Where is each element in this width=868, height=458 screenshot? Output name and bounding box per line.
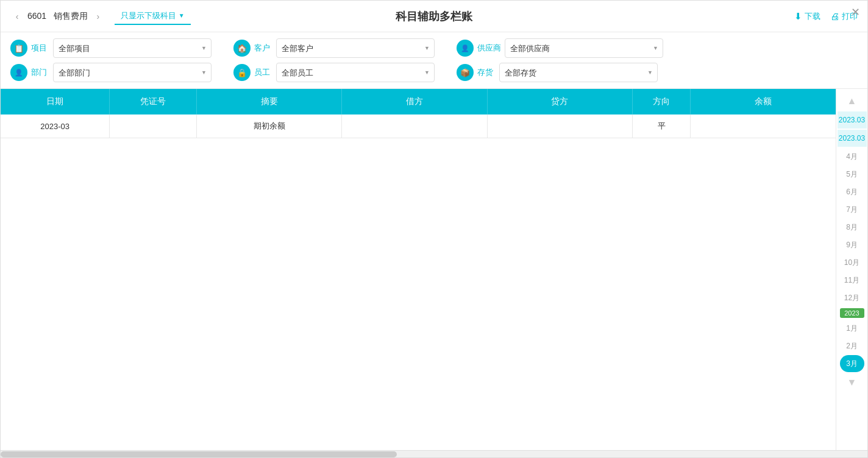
customer-select[interactable]: 全部客户	[276, 38, 435, 58]
download-button[interactable]: ⬇ 下载	[794, 11, 820, 22]
table-row: 2023-03期初余额平	[1, 114, 836, 138]
horizontal-scrollbar[interactable]	[1, 450, 867, 457]
sidebar-month-item[interactable]: 7月	[840, 201, 864, 218]
sidebar-month-item[interactable]: 12月	[840, 289, 864, 306]
supplier-icon: 👤	[457, 40, 474, 57]
sidebar-month-item[interactable]: 1月	[840, 320, 864, 337]
right-sidebar: ▲ 2023.03 2023.03 4月5月6月7月8月9月10月11月12月 …	[836, 89, 867, 450]
cell-voucher	[110, 114, 197, 138]
show-sub-arrow-icon: ▼	[179, 12, 185, 19]
download-icon: ⬇	[794, 11, 802, 22]
employee-icon: 🔒	[233, 64, 251, 81]
sidebar-month-item[interactable]: 10月	[840, 254, 864, 271]
department-select[interactable]: 全部部门	[53, 63, 212, 82]
supplier-label: 供应商	[477, 43, 501, 54]
main-content: 日期 凭证号 摘要 借方 贷方 方向 余额 2023-03期初余额平 ▲ 202…	[1, 89, 867, 450]
department-select-wrapper: 全部部门	[53, 63, 212, 82]
filter-customer: 🏠 客户 全部客户	[233, 38, 435, 58]
employee-label: 员工	[254, 67, 272, 78]
filter-supplier: 👤 供应商 全部供应商	[457, 38, 663, 58]
range-start-label: 2023.03	[839, 116, 865, 124]
scroll-track	[1, 451, 867, 457]
prev-account-button[interactable]: ‹	[10, 10, 24, 23]
supplier-select-wrapper: 全部供应商	[505, 38, 663, 58]
sidebar-month-item[interactable]: 9月	[840, 236, 864, 253]
sidebar-month-item[interactable]: 11月	[840, 272, 864, 289]
cell-summary: 期初余额	[197, 114, 342, 138]
sidebar-range-end[interactable]: 2023.03	[838, 130, 867, 147]
account-name: 销售费用	[54, 11, 88, 21]
sidebar-range-start[interactable]: 2023.03	[838, 111, 867, 129]
print-icon: 🖨	[830, 11, 839, 21]
table-area[interactable]: 日期 凭证号 摘要 借方 贷方 方向 余额 2023-03期初余额平	[1, 89, 836, 450]
supplier-select[interactable]: 全部供应商	[505, 38, 663, 58]
show-sub-label: 只显示下级科目	[121, 10, 176, 21]
sidebar-up-arrow[interactable]: ▲	[844, 93, 861, 110]
page-title: 科目辅助多栏账	[396, 9, 472, 24]
filter-employee: 🔒 员工 全部员工	[233, 63, 435, 82]
col-balance: 余额	[691, 89, 836, 114]
inventory-select[interactable]: 全部存货	[499, 63, 658, 82]
customer-label: 客户	[254, 43, 272, 54]
sidebar-month-item[interactable]: 3月	[840, 355, 864, 372]
col-summary: 摘要	[197, 89, 342, 114]
cell-debit	[342, 114, 487, 138]
account-code-label: 6601 销售费用	[27, 11, 88, 22]
employee-select-wrapper: 全部员工	[276, 63, 435, 82]
filter-project: 📋 项目 全部项目	[10, 38, 212, 58]
sidebar-down-arrow[interactable]: ▼	[844, 374, 861, 391]
col-credit: 贷方	[487, 89, 632, 114]
close-button[interactable]: ✕	[851, 7, 860, 18]
cell-credit	[487, 114, 632, 138]
sidebar-month-item[interactable]: 2月	[840, 337, 864, 354]
next-account-button[interactable]: ›	[91, 10, 105, 23]
table-header-row: 日期 凭证号 摘要 借方 贷方 方向 余额	[1, 89, 836, 114]
sidebar-month-item[interactable]: 4月	[840, 148, 864, 165]
inventory-icon: 📦	[457, 64, 474, 81]
project-icon: 📋	[10, 40, 27, 57]
customer-select-wrapper: 全部客户	[276, 38, 435, 58]
sidebar-months2: 1月2月3月	[840, 319, 864, 373]
project-select[interactable]: 全部项目	[53, 38, 212, 58]
inventory-select-wrapper: 全部存货	[499, 63, 658, 82]
top-bar: ‹ 6601 销售费用 › 只显示下级科目 ▼ 科目辅助多栏账 ⬇ 下载 🖨 打…	[1, 1, 867, 32]
cell-direction: 平	[632, 114, 690, 138]
sidebar-month-item[interactable]: 5月	[840, 166, 864, 183]
ledger-table: 日期 凭证号 摘要 借方 贷方 方向 余额 2023-03期初余额平	[1, 89, 836, 138]
employee-select[interactable]: 全部员工	[276, 63, 435, 82]
sidebar-month-item[interactable]: 6月	[840, 183, 864, 200]
cell-balance	[691, 114, 836, 138]
project-label: 项目	[31, 43, 49, 54]
sidebar-months: 4月5月6月7月8月9月10月11月12月	[840, 147, 864, 307]
project-select-wrapper: 全部项目	[53, 38, 212, 58]
nav-area: ‹ 6601 销售费用 › 只显示下级科目 ▼	[10, 8, 191, 25]
scroll-thumb[interactable]	[1, 451, 397, 457]
sidebar-month-item[interactable]: 8月	[840, 219, 864, 236]
col-date: 日期	[1, 89, 110, 114]
col-direction: 方向	[632, 89, 690, 114]
main-window: ‹ 6601 销售费用 › 只显示下级科目 ▼ 科目辅助多栏账 ⬇ 下载 🖨 打…	[0, 0, 868, 458]
cell-date: 2023-03	[1, 114, 110, 138]
filter-row-1: 📋 项目 全部项目 🏠 客户 全部客户	[10, 38, 858, 58]
table-body: 2023-03期初余额平	[1, 114, 836, 138]
inventory-label: 存货	[477, 67, 496, 78]
top-actions: ⬇ 下载 🖨 打印	[794, 11, 858, 22]
download-label: 下载	[805, 11, 820, 22]
col-voucher: 凭证号	[110, 89, 197, 114]
filter-row-2: 👤 部门 全部部门 🔒 员工 全部员工	[10, 63, 858, 82]
department-icon: 👤	[10, 64, 27, 81]
filter-inventory: 📦 存货 全部存货	[457, 63, 658, 82]
range-end-label: 2023.03	[839, 134, 865, 143]
filter-area: 📋 项目 全部项目 🏠 客户 全部客户	[1, 32, 867, 89]
department-label: 部门	[31, 67, 49, 78]
account-code: 6601	[27, 11, 46, 21]
customer-icon: 🏠	[233, 40, 251, 57]
show-sub-button[interactable]: 只显示下级科目 ▼	[115, 8, 191, 25]
filter-department: 👤 部门 全部部门	[10, 63, 212, 82]
col-debit: 借方	[342, 89, 487, 114]
year-badge: 2023	[840, 308, 864, 318]
